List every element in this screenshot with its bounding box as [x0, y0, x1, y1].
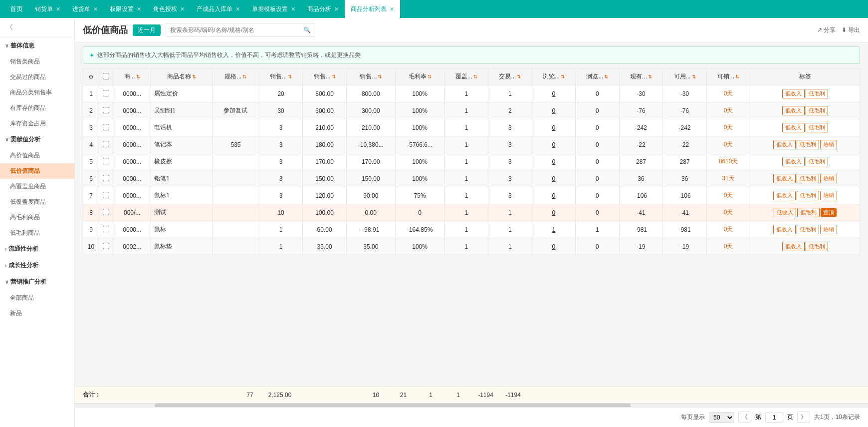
row-checkbox[interactable]	[103, 192, 109, 198]
row-browse1[interactable]: 0	[532, 238, 576, 255]
sidebar-item-all-products[interactable]: 全部商品	[0, 290, 74, 306]
browse1-link[interactable]: 0	[552, 175, 556, 182]
row-checkbox[interactable]	[103, 209, 109, 215]
col-gross-rate[interactable]: 毛利率⇅	[395, 68, 444, 85]
col-browse2[interactable]: 浏览...⇅	[576, 68, 620, 85]
col-available[interactable]: 可用...⇅	[663, 68, 707, 85]
close-roles[interactable]: ✕	[180, 6, 185, 12]
nav-product-warehouse[interactable]: 产成品入库单✕	[191, 0, 246, 18]
sidebar-item-traded-products[interactable]: 交易过的商品	[0, 69, 74, 85]
sidebar-item-stocked-products[interactable]: 有库存的商品	[0, 100, 74, 116]
row-browse1[interactable]: 0	[532, 187, 576, 204]
close-product-warehouse[interactable]: ✕	[235, 6, 240, 12]
row-checkbox[interactable]	[103, 158, 109, 164]
close-purchase[interactable]: ✕	[93, 6, 98, 12]
search-input[interactable]	[170, 26, 303, 33]
nav-product-analysis[interactable]: 商品分析✕	[301, 0, 345, 18]
row-checkbox[interactable]	[103, 90, 109, 96]
close-template[interactable]: ✕	[291, 6, 295, 12]
browse1-link[interactable]: 0	[552, 243, 556, 250]
close-product-analysis-list[interactable]: ✕	[390, 6, 394, 12]
export-button[interactable]: ⬇ 导出	[842, 26, 860, 34]
browse1-link[interactable]: 0	[552, 209, 556, 216]
browse1-link[interactable]: 0	[552, 158, 556, 165]
total-label: 合计：	[83, 391, 113, 399]
col-sales-profit[interactable]: 销售...⇅	[346, 68, 395, 85]
sidebar-section-overall[interactable]: ∨整体信息	[0, 37, 74, 54]
row-available: -22	[663, 136, 707, 153]
table-body: 1 0000... 属性定价 20 800.00 800.00 100% 1 1…	[83, 85, 860, 255]
col-browse1[interactable]: 浏览...⇅	[532, 68, 576, 85]
page-size-select[interactable]: 50 100 200	[709, 412, 734, 423]
sidebar-item-low-value[interactable]: 低价值商品	[0, 163, 74, 179]
row-browse1[interactable]: 1	[532, 221, 576, 238]
prev-page-btn[interactable]: 《	[738, 412, 751, 423]
row-browse1[interactable]: 0	[532, 119, 576, 136]
sidebar-item-category-sales-rate[interactable]: 商品分类销售率	[0, 85, 74, 100]
search-icon[interactable]: 🔍	[303, 26, 311, 33]
page-number-input[interactable]	[765, 413, 783, 423]
sidebar-item-sales-products[interactable]: 销售类商品	[0, 54, 74, 69]
select-all-checkbox[interactable]	[103, 73, 109, 79]
row-checkbox[interactable]	[103, 243, 109, 249]
row-sales-amount: 180.00	[303, 136, 347, 153]
row-browse1[interactable]: 0	[532, 170, 576, 187]
row-tag: 低毛利	[797, 140, 819, 149]
sidebar-section-contribution[interactable]: ∨贡献值分析	[0, 131, 74, 148]
nav-purchase[interactable]: 进货单✕	[66, 0, 104, 18]
share-button[interactable]: ↗ 分享	[817, 26, 836, 34]
sidebar-item-low-coverage[interactable]: 低覆盖度商品	[0, 194, 74, 210]
col-transaction[interactable]: 交易...⇅	[488, 68, 532, 85]
row-coverage: 1	[444, 85, 488, 102]
browse1-link[interactable]: 1	[552, 226, 556, 233]
nav-product-analysis-list[interactable]: 商品分析列表✕	[345, 0, 400, 18]
row-browse1[interactable]: 0	[532, 102, 576, 119]
browse1-link[interactable]: 0	[552, 192, 556, 199]
row-gross-rate: 0	[395, 204, 444, 221]
nav-sales-order[interactable]: 销货单✕	[29, 0, 66, 18]
close-product-analysis[interactable]: ✕	[334, 6, 339, 12]
period-button[interactable]: 近一月	[133, 24, 161, 36]
sidebar-item-high-value[interactable]: 高价值商品	[0, 148, 74, 163]
sidebar-section-marketing[interactable]: ∨营销推广分析	[0, 274, 74, 290]
row-checkbox[interactable]	[103, 175, 109, 181]
row-browse1[interactable]: 0	[532, 136, 576, 153]
col-spec[interactable]: 规格...⇅	[213, 68, 259, 85]
col-sales-qty[interactable]: 销售...⇅	[259, 68, 303, 85]
col-sales-amount[interactable]: 销售...⇅	[303, 68, 347, 85]
row-browse1[interactable]: 0	[532, 153, 576, 170]
sidebar-item-stock-fund[interactable]: 库存资金占用	[0, 116, 74, 131]
sidebar-item-high-margin[interactable]: 高毛利商品	[0, 210, 74, 225]
col-coverage[interactable]: 覆盖...⇅	[444, 68, 488, 85]
sidebar-section-growth[interactable]: ›成长性分析	[0, 257, 74, 274]
col-sellable[interactable]: 可销...⇅	[706, 68, 750, 85]
sidebar-item-new-products[interactable]: 新品	[0, 306, 74, 321]
row-browse1[interactable]: 0	[532, 204, 576, 221]
browse1-link[interactable]: 0	[552, 124, 556, 131]
col-code[interactable]: 商...⇅	[113, 68, 151, 85]
row-checkbox[interactable]	[103, 124, 109, 130]
nav-permissions[interactable]: 权限设置✕	[104, 0, 147, 18]
row-checkbox[interactable]	[103, 107, 109, 113]
browse1-link[interactable]: 0	[552, 141, 556, 148]
sidebar-item-low-margin[interactable]: 低毛利商品	[0, 225, 74, 241]
sidebar-item-high-coverage[interactable]: 高覆盖度商品	[0, 179, 74, 194]
nav-template[interactable]: 单据模板设置✕	[246, 0, 301, 18]
row-tags: 低收入低毛利热销	[750, 187, 860, 204]
row-browse1[interactable]: 0	[532, 85, 576, 102]
nav-roles[interactable]: 角色授权✕	[147, 0, 191, 18]
browse1-link[interactable]: 0	[552, 90, 556, 97]
sidebar-section-circulation[interactable]: ›流通性分析	[0, 241, 74, 257]
col-name[interactable]: 商品名称⇅	[151, 68, 213, 85]
row-spec	[213, 153, 259, 170]
row-checkbox[interactable]	[103, 226, 109, 232]
col-stock-now[interactable]: 现有...⇅	[619, 68, 663, 85]
close-sales-order[interactable]: ✕	[56, 6, 60, 12]
col-settings[interactable]: ⚙	[83, 68, 99, 85]
row-checkbox[interactable]	[103, 141, 109, 147]
browse1-link[interactable]: 0	[552, 107, 556, 114]
collapse-btn[interactable]: 《	[4, 21, 15, 34]
next-page-btn[interactable]: 》	[797, 412, 810, 423]
close-permissions[interactable]: ✕	[137, 6, 141, 12]
nav-home[interactable]: 首页	[4, 0, 29, 18]
